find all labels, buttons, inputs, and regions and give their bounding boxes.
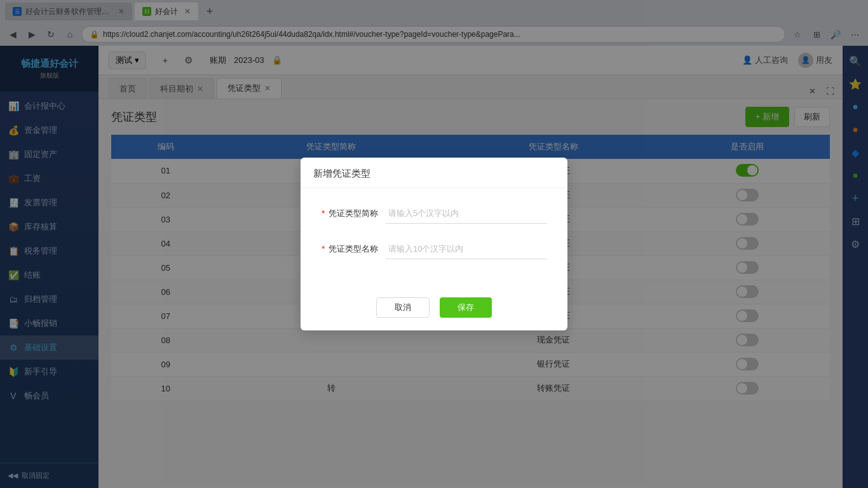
dialog-header: 新增凭证类型 xyxy=(301,158,567,188)
abbr-input[interactable] xyxy=(386,203,547,224)
save-button[interactable]: 保存 xyxy=(440,297,492,318)
form-row-name: * 凭证类型名称 xyxy=(321,239,547,259)
dialog-title: 新增凭证类型 xyxy=(313,168,370,179)
dialog-body: * 凭证类型简称 * 凭证类型名称 xyxy=(301,188,567,290)
form-label-name: * 凭证类型名称 xyxy=(321,243,378,255)
required-marker-abbr: * xyxy=(322,208,325,218)
cancel-button[interactable]: 取消 xyxy=(376,297,430,318)
required-marker-name: * xyxy=(322,244,325,254)
form-row-abbr: * 凭证类型简称 xyxy=(321,203,547,224)
dialog-footer: 取消 保存 xyxy=(301,290,567,330)
dialog-overlay: 新增凭证类型 * 凭证类型简称 * 凭证类型名称 取消 保存 xyxy=(0,0,868,488)
form-label-abbr: * 凭证类型简称 xyxy=(321,208,378,219)
name-input[interactable] xyxy=(386,239,547,259)
new-voucher-type-dialog: 新增凭证类型 * 凭证类型简称 * 凭证类型名称 取消 保存 xyxy=(301,158,567,330)
